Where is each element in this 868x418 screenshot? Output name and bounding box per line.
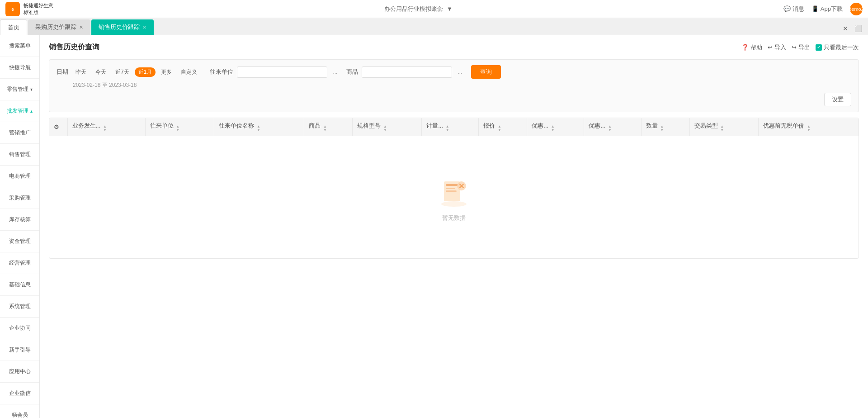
download-icon: 📱 <box>811 5 819 12</box>
col-trade-type[interactable]: 交易类型 ▲▼ <box>689 118 759 136</box>
col-spec[interactable]: 规格型号 ▲▼ <box>353 118 422 136</box>
date-range-text: 2023-02-18 至 2023-03-18 <box>73 82 137 88</box>
date-filter-group: 日期 昨天 今天 近7天 近1月 更多 自定义 <box>57 67 201 77</box>
date-label: 日期 <box>57 68 68 76</box>
window-controls: ✕ ⬜ <box>841 24 868 35</box>
sidebar-item-marketing[interactable]: 营销推广 <box>0 122 39 144</box>
user-menu[interactable]: demo2 <box>850 3 863 15</box>
col-gear[interactable]: ⚙ <box>49 118 67 136</box>
sidebar-item-search-menu[interactable]: 搜索菜单 <box>0 35 39 57</box>
col-discount2[interactable]: 优惠... ▲▼ <box>584 118 641 136</box>
dropdown-icon: ▼ <box>447 5 453 12</box>
only-last-checkbox[interactable]: ✓ 只看最后一次 <box>816 43 859 52</box>
sidebar-item-enterprise[interactable]: 企业协同 <box>0 318 39 339</box>
import-btn[interactable]: ↩ 导入 <box>768 43 786 52</box>
date-today[interactable]: 今天 <box>92 67 110 77</box>
header-right: 💬 消息 📱 App下载 demo2 <box>783 3 863 15</box>
sidebar-item-sales[interactable]: 销售管理 <box>0 144 39 166</box>
logo-text: 畅捷通好生意 标准版 <box>24 2 53 15</box>
export-icon: ↪ <box>792 44 797 51</box>
svg-rect-4 <box>446 184 458 186</box>
sidebar-item-system[interactable]: 系统管理 <box>0 296 39 318</box>
sidebar-purchase-label: 采购管理 <box>9 194 31 202</box>
app-selector[interactable]: 办公用品行业模拟账套 ▼ <box>384 5 453 13</box>
sidebar-vip-label: 畅会员 <box>12 411 28 418</box>
sidebar-item-quick-nav[interactable]: 快捷导航 <box>0 57 39 79</box>
svg-point-2 <box>441 201 467 207</box>
counterparty-filter-group: 往来单位 ... <box>210 66 337 78</box>
sidebar-item-appcenter[interactable]: 应用中心 <box>0 361 39 383</box>
tab-sales-history[interactable]: 销售历史价跟踪 ✕ <box>91 19 154 35</box>
sidebar-item-retail[interactable]: 零售管理 ▾ <box>0 79 39 100</box>
product-input[interactable] <box>362 66 452 78</box>
data-table: ⚙ 业务发生... ▲▼ 往来单位 ▲▼ 往来单位名称 ▲▼ <box>49 118 859 258</box>
sidebar-marketing-label: 营销推广 <box>9 129 31 137</box>
app-download-btn[interactable]: 📱 App下载 <box>811 5 843 13</box>
col-product[interactable]: 商品 ▲▼ <box>304 118 353 136</box>
sidebar-item-inventory[interactable]: 库存核算 <box>0 209 39 231</box>
sidebar-ecommerce-label: 电商管理 <box>9 172 31 180</box>
sidebar-item-operations[interactable]: 经营管理 <box>0 252 39 274</box>
sidebar-retail-label: 零售管理 <box>7 86 28 93</box>
tab-home-label: 首页 <box>8 24 19 32</box>
sidebar-system-label: 系统管理 <box>9 303 31 310</box>
sidebar-item-wechat[interactable]: 企业微信 <box>0 383 39 404</box>
export-btn[interactable]: ↪ 导出 <box>792 43 810 52</box>
col-quote[interactable]: 报价 ▲▼ <box>479 118 527 136</box>
sidebar-enterprise-label: 企业协同 <box>9 324 31 332</box>
sidebar-item-ecommerce[interactable]: 电商管理 <box>0 166 39 187</box>
maximize-window-btn[interactable]: ⬜ <box>854 24 863 33</box>
sidebar-retail-arrow: ▾ <box>30 87 33 92</box>
sidebar-item-purchase[interactable]: 采购管理 <box>0 187 39 209</box>
message-btn[interactable]: 💬 消息 <box>783 5 804 13</box>
tab-home[interactable]: 首页 <box>0 19 27 35</box>
help-btn[interactable]: ❓ 帮助 <box>741 43 762 52</box>
table-body: 暂无数据 <box>49 136 859 259</box>
col-counterparty-name[interactable]: 往来单位名称 ▲▼ <box>214 118 304 136</box>
col-unit[interactable]: 计量... ▲▼ <box>422 118 479 136</box>
col-counterparty[interactable]: 往来单位 ▲▼ <box>145 118 214 136</box>
filter-row: 日期 昨天 今天 近7天 近1月 更多 自定义 往来单位 <box>57 65 851 79</box>
sidebar-item-guide[interactable]: 新手引导 <box>0 339 39 361</box>
sidebar: 搜索菜单 快捷导航 零售管理 ▾ 批发管理 ▴ 营销推广 销售管理 电商管理 采 <box>0 35 40 418</box>
date-custom[interactable]: 自定义 <box>177 67 201 77</box>
counterparty-input[interactable] <box>237 66 327 78</box>
product-filter-group: 商品 ... <box>346 66 462 78</box>
date-7days[interactable]: 近7天 <box>112 67 133 77</box>
sidebar-item-finance[interactable]: 资金管理 <box>0 231 39 252</box>
no-data-area: 暂无数据 <box>49 136 859 258</box>
sidebar-item-wholesale[interactable]: 批发管理 ▴ <box>0 100 39 122</box>
col-discount1[interactable]: 优惠... ▲▼ <box>527 118 584 136</box>
sidebar-appcenter-label: 应用中心 <box>9 368 31 375</box>
sidebar-wholesale-arrow: ▴ <box>30 109 33 114</box>
sidebar-item-basic[interactable]: 基础信息 <box>0 274 39 296</box>
close-window-btn[interactable]: ✕ <box>841 24 850 33</box>
settings-button[interactable]: 设置 <box>824 93 851 106</box>
sidebar-item-vip[interactable]: 畅会员 <box>0 404 39 418</box>
sidebar-search-menu-label: 搜索菜单 <box>9 42 31 50</box>
tab-purchase-close[interactable]: ✕ <box>79 24 83 30</box>
checkbox-checked-icon: ✓ <box>816 44 822 51</box>
col-pretax-price[interactable]: 优惠前无税单价 ▲▼ <box>759 118 859 136</box>
tab-sales-close[interactable]: ✕ <box>142 24 146 30</box>
data-table-wrapper: ⚙ 业务发生... ▲▼ 往来单位 ▲▼ 往来单位名称 ▲▼ <box>49 118 859 259</box>
app-name: 办公用品行业模拟账套 <box>384 5 443 13</box>
svg-rect-5 <box>446 188 455 189</box>
date-more[interactable]: 更多 <box>157 67 175 77</box>
content-area: 销售历史价查询 ❓ 帮助 ↩ 导入 ↪ 导出 ✓ <box>40 35 868 418</box>
tab-purchase-history[interactable]: 采购历史价跟踪 ✕ <box>28 19 90 35</box>
counterparty-dots[interactable]: ... <box>333 69 337 75</box>
date-yesterday[interactable]: 昨天 <box>72 67 90 77</box>
product-dots[interactable]: ... <box>458 69 462 75</box>
sidebar-guide-label: 新手引导 <box>9 346 31 354</box>
logo-icon: 6 <box>5 2 20 16</box>
col-biz-date[interactable]: 业务发生... ▲▼ <box>67 118 145 136</box>
message-icon: 💬 <box>783 5 791 12</box>
page-title: 销售历史价查询 <box>49 43 99 52</box>
product-label: 商品 <box>346 68 358 76</box>
main-layout: 搜索菜单 快捷导航 零售管理 ▾ 批发管理 ▴ 营销推广 销售管理 电商管理 采 <box>0 35 868 418</box>
sidebar-wholesale-label: 批发管理 <box>7 107 28 115</box>
col-quantity[interactable]: 数量 ▲▼ <box>641 118 689 136</box>
query-button[interactable]: 查询 <box>471 65 501 79</box>
date-1month[interactable]: 近1月 <box>135 67 156 77</box>
